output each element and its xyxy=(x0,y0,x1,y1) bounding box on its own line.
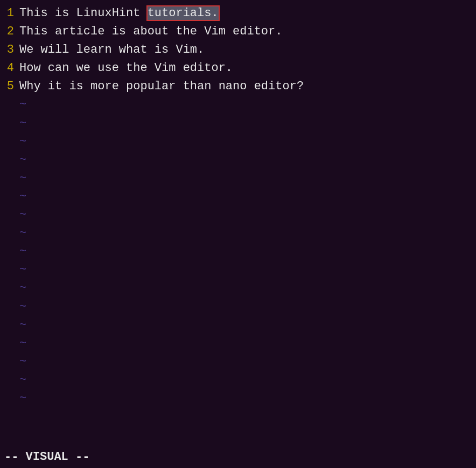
tilde-char: ~ xyxy=(19,279,26,297)
tilde-line-16: ~ xyxy=(0,371,476,389)
highlighted-word: tutorials. xyxy=(148,6,219,20)
line-number-2: 2 xyxy=(0,23,19,41)
tilde-line-13: ~ xyxy=(0,316,476,335)
visual-mode-indicator: -- VISUAL -- xyxy=(4,450,89,464)
tilde-char: ~ xyxy=(19,115,26,133)
line-number-4: 4 xyxy=(0,59,19,77)
tilde-line-8: ~ xyxy=(0,224,476,243)
line-number-3: 3 xyxy=(0,41,19,59)
vim-editor[interactable]: 1 This is LinuxHint tutorials. 2 This ar… xyxy=(0,0,476,468)
tilde-char: ~ xyxy=(19,261,26,279)
line-text-5: Why it is more popular than nano editor? xyxy=(19,77,304,96)
tilde-char: ~ xyxy=(19,188,26,206)
tilde-line-4: ~ xyxy=(0,151,476,169)
line-text-1: This is LinuxHint tutorials. xyxy=(19,4,219,23)
status-bar: -- VISUAL -- xyxy=(0,448,476,468)
tilde-char: ~ xyxy=(19,96,26,114)
tilde-line-15: ~ xyxy=(0,353,476,371)
tilde-line-9: ~ xyxy=(0,243,476,261)
line-number-1: 1 xyxy=(0,4,19,23)
line-2: 2 This article is about the Vim editor. xyxy=(0,23,476,41)
tilde-char: ~ xyxy=(19,206,26,224)
tilde-line-10: ~ xyxy=(0,261,476,279)
tilde-line-5: ~ xyxy=(0,169,476,188)
line-text-4: How can we use the Vim editor. xyxy=(19,59,233,77)
line-text-3: We will learn what is Vim. xyxy=(19,41,204,59)
line-4: 4 How can we use the Vim editor. xyxy=(0,59,476,77)
tilde-char: ~ xyxy=(19,243,26,261)
tilde-char: ~ xyxy=(19,335,26,353)
tilde-char: ~ xyxy=(19,133,26,151)
tilde-char: ~ xyxy=(19,316,26,335)
line-number-5: 5 xyxy=(0,77,19,96)
line-5: 5 Why it is more popular than nano edito… xyxy=(0,77,476,96)
line-text-2: This article is about the Vim editor. xyxy=(19,23,282,41)
tilde-line-2: ~ xyxy=(0,115,476,133)
tilde-line-17: ~ xyxy=(0,389,476,408)
editor-content: 1 This is LinuxHint tutorials. 2 This ar… xyxy=(0,0,476,448)
tilde-line-14: ~ xyxy=(0,335,476,353)
line-1: 1 This is LinuxHint tutorials. xyxy=(0,4,476,23)
tilde-char: ~ xyxy=(19,151,26,169)
tilde-line-12: ~ xyxy=(0,298,476,316)
tilde-char: ~ xyxy=(19,224,26,243)
tilde-line-7: ~ xyxy=(0,206,476,224)
tilde-char: ~ xyxy=(19,371,26,389)
tilde-line-3: ~ xyxy=(0,133,476,151)
tilde-char: ~ xyxy=(19,298,26,316)
tilde-char: ~ xyxy=(19,389,26,408)
line-3: 3 We will learn what is Vim. xyxy=(0,41,476,59)
tilde-line-1: ~ xyxy=(0,96,476,114)
tilde-line-6: ~ xyxy=(0,188,476,206)
tilde-line-11: ~ xyxy=(0,279,476,297)
tilde-char: ~ xyxy=(19,169,26,188)
tilde-char: ~ xyxy=(19,353,26,371)
